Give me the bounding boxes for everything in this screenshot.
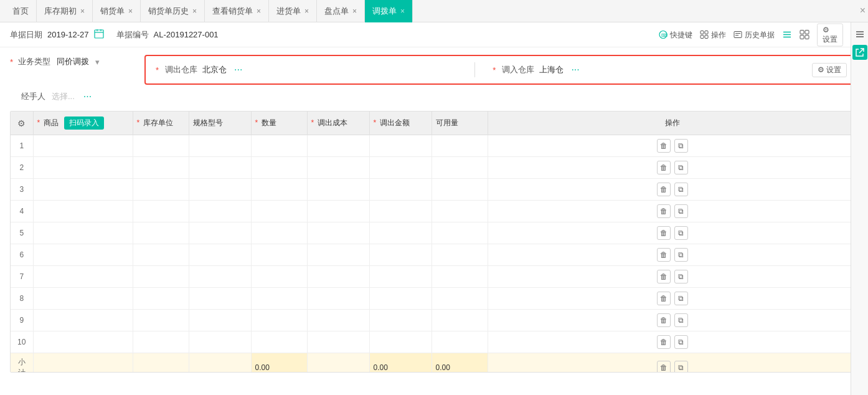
row-cost[interactable] (307, 331, 369, 353)
row-quantity[interactable] (251, 201, 307, 222)
row-unit[interactable] (133, 288, 189, 310)
row-product[interactable] (33, 244, 133, 266)
row-amount[interactable] (369, 310, 432, 331)
row-available[interactable] (432, 310, 488, 331)
row-copy-btn[interactable]: ⧉ (674, 335, 688, 349)
row-copy-btn[interactable]: ⧉ (674, 183, 688, 196)
operation-action[interactable]: 操作 (700, 29, 726, 40)
row-amount[interactable] (369, 201, 432, 222)
row-cost[interactable] (307, 179, 369, 201)
row-quantity[interactable] (251, 331, 307, 353)
row-available[interactable] (432, 222, 488, 244)
row-quantity[interactable] (251, 244, 307, 266)
close-inventory-init[interactable]: × (80, 7, 85, 16)
close-sales-order[interactable]: × (128, 7, 133, 16)
row-unit[interactable] (133, 266, 189, 288)
row-product[interactable] (33, 288, 133, 310)
row-unit[interactable] (133, 222, 189, 244)
row-copy-btn[interactable]: ⧉ (674, 204, 688, 218)
business-type-dropdown[interactable]: ▾ (95, 57, 100, 67)
row-available[interactable] (432, 179, 488, 201)
row-spec[interactable] (189, 266, 251, 288)
row-copy-btn[interactable]: ⧉ (674, 292, 688, 305)
row-product[interactable] (33, 266, 133, 288)
row-spec[interactable] (189, 331, 251, 353)
table-settings-icon[interactable]: ⚙ (17, 118, 26, 128)
row-cost[interactable] (307, 157, 369, 179)
row-amount[interactable] (369, 331, 432, 353)
out-warehouse-more[interactable]: ··· (232, 64, 245, 75)
history-action[interactable]: 历史单据 (734, 29, 775, 40)
row-spec[interactable] (189, 310, 251, 331)
row-cost[interactable] (307, 310, 369, 331)
shortcut-action[interactable]: ⌨ 快捷键 (659, 29, 692, 40)
row-amount[interactable] (369, 266, 432, 288)
tab-purchase[interactable]: 进货单 × (269, 0, 317, 22)
subtotal-copy-btn[interactable]: ⧉ (674, 361, 688, 373)
row-quantity[interactable] (251, 179, 307, 201)
row-cost[interactable] (307, 244, 369, 266)
tab-sales-order[interactable]: 销货单 × (93, 0, 141, 22)
row-spec[interactable] (189, 135, 251, 157)
subtotal-delete-btn[interactable]: 🗑 (657, 361, 671, 373)
row-delete-btn[interactable]: 🗑 (657, 183, 671, 196)
row-delete-btn[interactable]: 🗑 (657, 248, 671, 262)
row-amount[interactable] (369, 222, 432, 244)
row-product[interactable] (33, 222, 133, 244)
tab-transfer[interactable]: 调拨单 × (365, 0, 413, 22)
row-unit[interactable] (133, 135, 189, 157)
tab-view-sales[interactable]: 查看销货单 × (205, 0, 269, 22)
row-copy-btn[interactable]: ⧉ (674, 313, 688, 327)
row-amount[interactable] (369, 244, 432, 266)
row-spec[interactable] (189, 179, 251, 201)
row-delete-btn[interactable]: 🗑 (657, 335, 671, 349)
row-available[interactable] (432, 244, 488, 266)
row-delete-btn[interactable]: 🗑 (657, 204, 671, 218)
row-delete-btn[interactable]: 🗑 (657, 313, 671, 327)
row-unit[interactable] (133, 201, 189, 222)
row-copy-btn[interactable]: ⧉ (674, 139, 688, 153)
row-quantity[interactable] (251, 310, 307, 331)
row-product[interactable] (33, 179, 133, 201)
sidebar-external-icon[interactable] (852, 45, 867, 60)
row-copy-btn[interactable]: ⧉ (674, 270, 688, 283)
row-delete-btn[interactable]: 🗑 (657, 226, 671, 240)
row-quantity[interactable] (251, 288, 307, 310)
row-amount[interactable] (369, 157, 432, 179)
close-sales-history[interactable]: × (192, 7, 197, 16)
row-cost[interactable] (307, 266, 369, 288)
row-unit[interactable] (133, 179, 189, 201)
row-available[interactable] (432, 288, 488, 310)
close-transfer[interactable]: × (400, 7, 405, 16)
warehouse-settings-button[interactable]: ⚙ 设置 (812, 63, 847, 77)
row-product[interactable] (33, 310, 133, 331)
close-purchase[interactable]: × (304, 7, 309, 16)
row-spec[interactable] (189, 157, 251, 179)
tab-stocktake[interactable]: 盘点单 × (317, 0, 365, 22)
row-quantity[interactable] (251, 135, 307, 157)
row-cost[interactable] (307, 288, 369, 310)
scan-button[interactable]: 扫码录入 (64, 117, 104, 130)
tab-home[interactable]: 首页 (5, 0, 37, 22)
row-delete-btn[interactable]: 🗑 (657, 139, 671, 153)
row-spec[interactable] (189, 288, 251, 310)
row-product[interactable] (33, 135, 133, 157)
calendar-icon[interactable] (94, 29, 104, 40)
close-view-sales[interactable]: × (257, 7, 261, 16)
row-quantity[interactable] (251, 157, 307, 179)
row-spec[interactable] (189, 244, 251, 266)
row-cost[interactable] (307, 135, 369, 157)
row-unit[interactable] (133, 310, 189, 331)
row-delete-btn[interactable]: 🗑 (657, 161, 671, 174)
row-product[interactable] (33, 201, 133, 222)
tab-inventory-init[interactable]: 库存期初 × (37, 0, 93, 22)
row-delete-btn[interactable]: 🗑 (657, 270, 671, 283)
row-amount[interactable] (369, 135, 432, 157)
list-view-icon[interactable] (782, 30, 792, 40)
row-copy-btn[interactable]: ⧉ (674, 248, 688, 262)
row-amount[interactable] (369, 179, 432, 201)
tab-sales-history[interactable]: 销货单历史 × (141, 0, 205, 22)
row-available[interactable] (432, 266, 488, 288)
row-available[interactable] (432, 135, 488, 157)
row-spec[interactable] (189, 201, 251, 222)
